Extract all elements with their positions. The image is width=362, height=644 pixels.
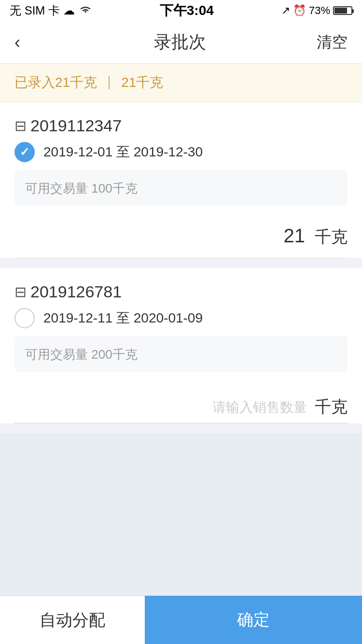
- batch2-date: 2019-12-11 至 2020-01-09: [43, 309, 203, 327]
- location-icon: ↗: [281, 4, 290, 17]
- batch2-qty-input[interactable]: [14, 399, 307, 415]
- empty-area: [0, 433, 362, 616]
- batch2-input-underline: [14, 423, 348, 423]
- batch2-qty-box: 可用交易量 200千克: [14, 336, 348, 372]
- batch1-value-num: 21: [284, 225, 306, 247]
- batch2-id: 2019126781: [30, 282, 122, 301]
- batch1-header: ⊟ 2019112347: [14, 116, 348, 135]
- status-right: ↗ ⏰ 73%: [281, 4, 352, 17]
- clear-button[interactable]: 清空: [317, 32, 348, 53]
- summary-value: 21千克: [121, 73, 163, 92]
- section-divider: [0, 258, 362, 268]
- back-button[interactable]: ‹: [14, 32, 43, 53]
- batch1-id: 2019112347: [30, 116, 122, 135]
- nav-bar: ‹ 录批次 清空: [0, 21, 362, 64]
- batch2-card: ⊟ 2019126781 2019-12-11 至 2020-01-09 可用交…: [0, 268, 362, 386]
- batch1-date-row: 2019-12-01 至 2019-12-30: [14, 142, 348, 162]
- batch2-input-section: 千克: [0, 386, 362, 423]
- auto-distribute-button[interactable]: 自动分配: [0, 596, 145, 644]
- batch2-qty-label: 可用交易量 200千克: [25, 347, 138, 362]
- status-bar: 无 SIM 卡 ☁ 下午3:04 ↗ ⏰ 73%: [0, 0, 362, 21]
- battery-percent: 73%: [309, 4, 330, 17]
- batch2-icon: ⊟: [14, 283, 27, 300]
- battery-icon: [333, 6, 352, 15]
- batch2-radio[interactable]: [14, 308, 35, 328]
- status-left: 无 SIM 卡 ☁: [10, 3, 92, 18]
- batch2-input-row: 千克: [0, 386, 362, 423]
- summary-divider: [109, 76, 110, 89]
- wifi-icon: [79, 4, 92, 17]
- sim-label: 无 SIM 卡 ☁: [10, 3, 75, 18]
- status-time: 下午3:04: [160, 1, 214, 20]
- alarm-icon: ⏰: [293, 4, 306, 17]
- batch1-radio[interactable]: [14, 142, 35, 162]
- confirm-button[interactable]: 确定: [145, 596, 362, 644]
- page-title: 录批次: [154, 30, 206, 54]
- batch2-unit: 千克: [315, 396, 348, 418]
- summary-prefix: 已录入21千克: [14, 73, 97, 92]
- summary-banner: 已录入21千克 21千克: [0, 64, 362, 102]
- batch1-icon: ⊟: [14, 117, 27, 134]
- batch1-value-row: 21 千克: [0, 220, 362, 258]
- batch1-date: 2019-12-01 至 2019-12-30: [43, 143, 203, 161]
- batch1-qty-label: 可用交易量 100千克: [25, 181, 138, 196]
- batch1-card: ⊟ 2019112347 2019-12-01 至 2019-12-30 可用交…: [0, 102, 362, 220]
- batch1-value-unit: 千克: [315, 226, 348, 248]
- batch2-date-row: 2019-12-11 至 2020-01-09: [14, 308, 348, 328]
- batch2-header: ⊟ 2019126781: [14, 282, 348, 301]
- bottom-bar: 自动分配 确定: [0, 596, 362, 644]
- batch1-qty-box: 可用交易量 100千克: [14, 170, 348, 206]
